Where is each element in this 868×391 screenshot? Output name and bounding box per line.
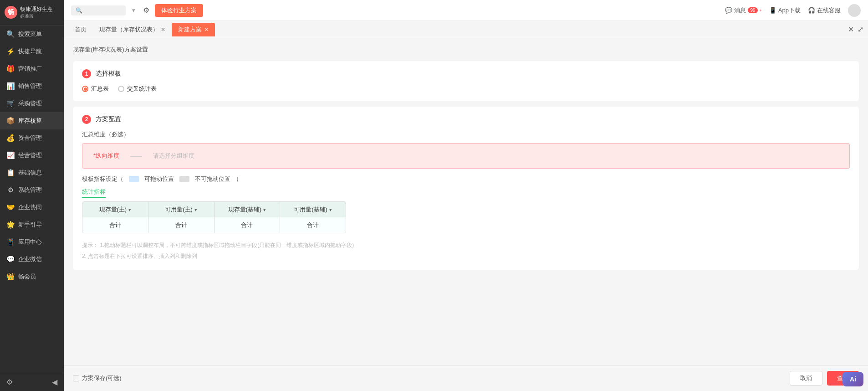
col-4-chevron[interactable]: ▾ <box>329 207 332 213</box>
sidebar-bottom: ⚙ ◀ <box>0 373 64 391</box>
sidebar-item-label: 经营管理 <box>18 151 42 159</box>
sidebar-item-collab[interactable]: 🤝 企业协同 <box>0 199 64 216</box>
inventory-icon: 📦 <box>6 117 15 125</box>
col-header-4[interactable]: 可用量(基辅) ▾ <box>280 202 346 217</box>
sidebar-item-basicinfo[interactable]: 📋 基础信息 <box>0 164 64 181</box>
col-header-1[interactable]: 现存量(主) ▾ <box>82 202 148 217</box>
expand-window-btn[interactable]: ⤢ <box>858 25 863 34</box>
sidebar-settings-icon[interactable]: ⚙ <box>6 378 13 386</box>
stats-table-body: 合计 合计 合计 合计 <box>82 217 346 233</box>
col-3-chevron[interactable]: ▾ <box>263 207 266 213</box>
headset-icon: 🎧 <box>808 7 815 14</box>
vip-icon: 👑 <box>6 273 15 281</box>
online-service-item[interactable]: 🎧 在线客服 <box>808 6 841 15</box>
sidebar-item-label: 搜索菜单 <box>18 30 42 38</box>
newguide-icon: 🌟 <box>6 221 15 229</box>
sidebar-item-search[interactable]: 🔍 搜索菜单 <box>0 26 64 43</box>
sidebar-item-label: 新手引导 <box>18 221 42 229</box>
step2-header: 2 方案配置 <box>82 115 850 124</box>
sidebar-item-label: 采购管理 <box>18 99 42 108</box>
draggable-label: 可拖动位置 <box>144 175 174 183</box>
content-area: 现存量(库存状况表)方案设置 1 选择模板 汇总表 交叉统计表 2 <box>64 38 868 365</box>
step1-badge: 1 <box>82 69 91 78</box>
app-version: 标准版 <box>20 13 53 20</box>
col-2-chevron[interactable]: ▾ <box>194 207 197 213</box>
sidebar-collapse-icon[interactable]: ◀ <box>52 378 57 386</box>
tab-inventory-label: 现存量（库存状况表） <box>99 26 158 34</box>
sidebar-item-marketing[interactable]: 🎁 营销推广 <box>0 60 64 77</box>
dimension-area[interactable]: *纵向维度 —— 请选择分组维度 <box>82 143 850 169</box>
tab-home[interactable]: 首页 <box>68 23 93 36</box>
sidebar-item-sales[interactable]: 📊 销售管理 <box>0 77 64 95</box>
template-crosstab-label: 交叉统计表 <box>127 85 157 93</box>
messages-badge-plus: + <box>760 8 762 13</box>
dim-placeholder: 请选择分组维度 <box>153 152 194 160</box>
col-header-1-label: 现存量(主) <box>99 206 127 214</box>
tab-inventory[interactable]: 现存量（库存状况表） ✕ <box>93 23 172 36</box>
summary-dim-label: 汇总维度（必选） <box>82 130 850 139</box>
save-label: 方案保存(可选) <box>82 374 122 382</box>
col-header-3[interactable]: 现存量(基辅) ▾ <box>214 202 281 217</box>
sidebar-item-label: 销售管理 <box>18 82 42 90</box>
logo-icon: 畅 <box>5 6 17 19</box>
draggable-indicator <box>129 176 139 182</box>
sidebar-item-corpwechat[interactable]: 💬 企业微信 <box>0 251 64 268</box>
gear-icon[interactable]: ⚙ <box>141 5 151 15</box>
corpwechat-icon: 💬 <box>6 255 15 263</box>
messages-item[interactable]: 💬 消息 99 + <box>725 6 761 15</box>
sidebar-item-operations[interactable]: 📈 经营管理 <box>0 147 64 164</box>
sidebar-item-vip[interactable]: 👑 畅会员 <box>0 268 64 285</box>
sidebar-item-purchase[interactable]: 🛒 采购管理 <box>0 95 64 112</box>
radio-summary[interactable] <box>82 86 88 92</box>
sidebar-item-finance[interactable]: 💰 资金管理 <box>0 129 64 147</box>
close-window-btn[interactable]: ✕ <box>848 25 854 34</box>
online-service-label: 在线客服 <box>817 6 841 15</box>
col-body-3-val: 合计 <box>241 221 253 229</box>
save-checkbox[interactable] <box>73 375 79 381</box>
app-download-item[interactable]: 📱 App下载 <box>769 6 801 15</box>
step1-title: 选择模板 <box>96 70 121 78</box>
sidebar-item-label: 快捷导航 <box>18 47 42 56</box>
header-search[interactable]: 🔍 <box>71 5 126 15</box>
sidebar-item-quicknav[interactable]: ⚡ 快捷导航 <box>0 43 64 60</box>
tab-inventory-close[interactable]: ✕ <box>161 26 165 33</box>
tab-new-scheme[interactable]: 新建方案 ✕ <box>172 23 215 36</box>
stats-label: 统计指标 <box>82 188 106 198</box>
tips-section: 提示： 1.拖动标题栏可以调整布局，不可跨维度或指标区域拖动栏目字段(只能在同一… <box>82 240 850 262</box>
template-summary[interactable]: 汇总表 <box>82 85 109 93</box>
col-header-2[interactable]: 可用量(主) ▾ <box>148 202 214 217</box>
step1-section: 1 选择模板 汇总表 交叉统计表 <box>73 61 859 101</box>
step2-title: 方案配置 <box>96 115 121 123</box>
sidebar-item-label: 库存核算 <box>18 117 42 125</box>
system-icon: ⚙ <box>6 186 15 194</box>
radio-crosstab[interactable] <box>118 86 124 92</box>
footer: 方案保存(可选) 取消 查询 <box>64 365 868 391</box>
col-1-chevron[interactable]: ▾ <box>128 207 131 213</box>
col-body-2: 合计 <box>148 217 214 233</box>
quicknav-icon: ⚡ <box>6 47 15 56</box>
col-header-4-label: 可用量(基辅) <box>294 206 327 214</box>
sidebar-item-label: 资金管理 <box>18 134 42 142</box>
step2-badge: 2 <box>82 115 91 124</box>
sidebar-item-system[interactable]: ⚙ 系统管理 <box>0 181 64 199</box>
app-download-label: App下载 <box>778 6 801 15</box>
sidebar-item-appcenter[interactable]: 📱 应用中心 <box>0 233 64 251</box>
template-crosstab[interactable]: 交叉统计表 <box>118 85 157 93</box>
save-option[interactable]: 方案保存(可选) <box>73 374 122 382</box>
sidebar-item-inventory[interactable]: 📦 库存核算 <box>0 112 64 129</box>
stats-table-header: 现存量(主) ▾ 可用量(主) ▾ 现存量(基辅) ▾ 可用量(基辅) <box>82 202 346 217</box>
ai-float-button[interactable]: Ai <box>842 372 863 386</box>
avatar[interactable] <box>848 4 861 17</box>
cancel-button[interactable]: 取消 <box>790 371 822 386</box>
tab-new-scheme-close[interactable]: ✕ <box>204 26 209 33</box>
collab-icon: 🤝 <box>6 203 15 211</box>
dropdown-icon[interactable]: ▾ <box>129 6 138 15</box>
sidebar-item-label: 应用中心 <box>18 238 42 246</box>
sidebar-nav: 🔍 搜索菜单 ⚡ 快捷导航 🎁 营销推广 📊 销售管理 🛒 采购管理 📦 库存核… <box>0 26 64 373</box>
not-draggable-indicator <box>179 176 189 182</box>
tip-2: 2. 点击标题栏下拉可设置排序、插入列和删除列 <box>82 251 850 262</box>
sidebar-item-label: 企业微信 <box>18 255 42 263</box>
sidebar-item-label: 系统管理 <box>18 186 42 194</box>
industry-btn[interactable]: 体验行业方案 <box>155 4 203 17</box>
sidebar-item-newguide[interactable]: 🌟 新手引导 <box>0 216 64 233</box>
